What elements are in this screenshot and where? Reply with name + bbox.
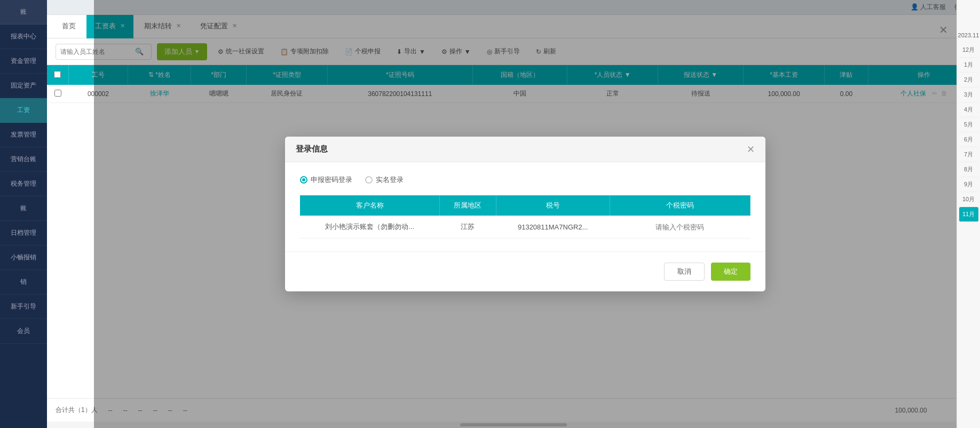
sidebar-item-report[interactable]: 报表中心	[0, 25, 47, 49]
cal-month-11[interactable]: 11月	[959, 207, 978, 222]
dialog-close-button[interactable]: ✕	[747, 145, 755, 154]
tab-home[interactable]: 首页	[53, 15, 84, 38]
cell-tax-password-input[interactable]	[610, 216, 750, 239]
modal-overlay: 登录信息 ✕ 申报密码登录 实名登录	[94, 0, 957, 428]
radio-realname-circle	[365, 176, 373, 184]
right-sidebar-calendar: 2023.11 12月 1月 2月 3月 4月 5月 6月 7月 8月 9月 1…	[957, 0, 980, 428]
col-client-name: 客户名称	[300, 195, 440, 216]
col-region: 所属地区	[440, 195, 496, 216]
col-tax-no: 税号	[496, 195, 610, 216]
cal-month-2[interactable]: 2月	[959, 73, 978, 88]
sidebar: 账 报表中心 资金管理 固定资产 工资 发票管理 营销台账 税务管理 账 日档管…	[0, 0, 47, 428]
sidebar-item-tax[interactable]: 税务管理	[0, 172, 47, 196]
cell-client-region: 江苏	[440, 216, 496, 239]
sidebar-item-sales[interactable]: 销	[0, 270, 47, 295]
row-checkbox[interactable]	[54, 90, 61, 97]
cal-month-6[interactable]: 6月	[959, 132, 978, 147]
sidebar-item-invoice[interactable]: 发票管理	[0, 123, 47, 147]
calendar-year: 2023.11	[958, 32, 979, 38]
cal-month-12[interactable]: 12月	[959, 43, 978, 58]
radio-password-login[interactable]: 申报密码登录	[300, 175, 352, 185]
cal-month-7[interactable]: 7月	[959, 147, 978, 162]
main-area: 👤 人工客服 徐泽华 首页 工资表 ✕ 期末结转 ✕ 凭证配置 ✕ ✕ 🔍 添加…	[47, 0, 980, 428]
sidebar-item-expense[interactable]: 小畅报销	[0, 245, 47, 270]
cal-month-3[interactable]: 3月	[959, 88, 978, 102]
client-table-row: 刘小艳演示账套（勿删勿动... 江苏 91320811MA7NGR2...	[300, 216, 750, 239]
login-dialog: 登录信息 ✕ 申报密码登录 实名登录	[285, 137, 765, 291]
sidebar-item-salary[interactable]: 工资	[0, 98, 47, 123]
cal-month-10[interactable]: 10月	[959, 192, 978, 207]
cancel-button[interactable]: 取消	[664, 263, 705, 281]
cell-tax-no: 91320811MA7NGR2...	[496, 216, 610, 239]
select-all-checkbox[interactable]	[54, 71, 61, 78]
sidebar-item-fund[interactable]: 资金管理	[0, 49, 47, 74]
dialog-body: 申报密码登录 实名登录 客户名称 所属地区 税号 个税密码	[285, 162, 765, 251]
cal-month-5[interactable]: 5月	[959, 117, 978, 132]
tax-password-field[interactable]	[616, 223, 744, 231]
sidebar-item-account[interactable]: 账	[0, 0, 47, 25]
dialog-title: 登录信息	[296, 144, 328, 154]
sidebar-item-guide[interactable]: 新手引导	[0, 295, 47, 319]
sidebar-item-assets[interactable]: 固定资产	[0, 74, 47, 98]
cal-month-1[interactable]: 1月	[959, 58, 978, 73]
cell-client-name: 刘小艳演示账套（勿删勿动...	[300, 216, 440, 239]
dialog-header: 登录信息 ✕	[285, 137, 765, 162]
radio-password-circle	[300, 176, 307, 184]
sidebar-item-member[interactable]: 会员	[0, 319, 47, 344]
total-count: 合计共（1）人	[56, 406, 98, 415]
client-table: 客户名称 所属地区 税号 个税密码 刘小艳演示账套（勿删勿动... 江苏 913…	[300, 195, 750, 239]
sidebar-item-sales-ledger[interactable]: 营销台账	[0, 147, 47, 172]
dialog-footer: 取消 确定	[285, 251, 765, 291]
cal-month-9[interactable]: 9月	[959, 177, 978, 192]
login-type-radio-group: 申报密码登录 实名登录	[300, 175, 750, 185]
cal-month-8[interactable]: 8月	[959, 162, 978, 177]
cal-month-4[interactable]: 4月	[959, 102, 978, 117]
sidebar-item-file[interactable]: 日档管理	[0, 221, 47, 245]
sidebar-item-ledger[interactable]: 账	[0, 196, 47, 221]
confirm-button[interactable]: 确定	[711, 263, 750, 281]
radio-realname-login[interactable]: 实名登录	[365, 175, 404, 185]
col-tax-password: 个税密码	[610, 195, 750, 216]
